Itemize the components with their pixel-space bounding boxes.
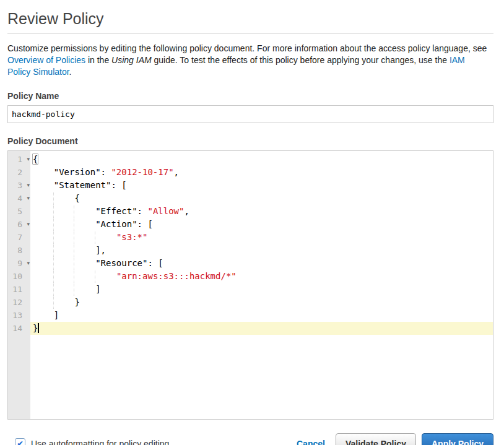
indent-guide <box>74 218 95 231</box>
indent-guide <box>74 270 95 283</box>
json-punctuation: { <box>32 153 38 165</box>
json-punctuation: : <box>137 206 148 216</box>
json-punctuation: , <box>174 167 179 177</box>
indent-guide <box>53 192 75 205</box>
code-line-10[interactable]: "arn:aws:s3:::hackmd/*" <box>30 270 493 283</box>
gutter-line-5: 5 <box>8 205 30 218</box>
policy-name-input[interactable] <box>7 105 493 123</box>
gutter-line-11: 11 <box>8 283 30 296</box>
indent-guide <box>33 244 54 257</box>
indent-guide <box>74 244 95 257</box>
overview-of-policies-link[interactable]: Overview of Policies <box>7 55 85 65</box>
gutter-line-6: 6▾ <box>8 218 30 231</box>
policy-name-label: Policy Name <box>7 91 493 101</box>
indent-guide <box>74 205 95 218</box>
fold-toggle-icon[interactable]: ▾ <box>27 218 30 231</box>
json-punctuation: , <box>184 206 189 216</box>
indent-guide <box>53 218 75 231</box>
gutter-line-14: 14 <box>8 322 30 335</box>
code-line-14[interactable]: } <box>30 322 493 335</box>
gutter-line-9: 9▾ <box>8 257 30 270</box>
json-punctuation: } <box>74 297 79 307</box>
json-punctuation: : [ <box>137 219 153 229</box>
footer-bar: ✔ Use autoformatting for policy editing … <box>7 433 493 445</box>
review-policy-page: Review Policy Customize permissions by e… <box>0 0 504 445</box>
code-line-6[interactable]: "Action": [ <box>30 218 493 231</box>
using-iam-guide-name: Using IAM <box>111 55 152 65</box>
json-key: "Action" <box>95 219 137 229</box>
json-punctuation: : [ <box>111 180 126 190</box>
indent-guide <box>74 257 95 270</box>
indent-guide <box>74 283 95 296</box>
validate-policy-button[interactable]: Validate Policy <box>336 433 416 445</box>
code-line-5[interactable]: "Effect": "Allow", <box>30 205 493 218</box>
gutter-line-12: 12 <box>8 296 30 309</box>
indent-guide <box>33 192 54 205</box>
text-cursor <box>38 323 39 333</box>
json-string-value: "Allow" <box>147 206 184 216</box>
policy-document-editor[interactable]: 1▾23▾4▾56▾789▾1011121314 { "Version": "2… <box>7 150 493 420</box>
intro-text-2: in the <box>85 55 111 65</box>
json-punctuation: ] <box>54 310 59 320</box>
gutter-line-3: 3▾ <box>8 179 30 192</box>
code-line-2[interactable]: "Version": "2012-10-17", <box>30 166 493 179</box>
fold-toggle-icon[interactable]: ▾ <box>27 257 30 270</box>
gutter-line-8: 8 <box>8 244 30 257</box>
autoformat-checkbox[interactable]: ✔ <box>15 438 25 445</box>
json-key: "Statement" <box>54 180 111 190</box>
policy-document-label: Policy Document <box>7 136 493 146</box>
json-punctuation: ], <box>95 245 106 255</box>
json-key: "Version" <box>54 167 101 177</box>
indent-guide <box>33 296 54 309</box>
code-line-3[interactable]: "Statement": [ <box>30 179 493 192</box>
code-line-9[interactable]: "Resource": [ <box>30 257 493 270</box>
title-divider <box>7 33 493 34</box>
indent-guide <box>53 257 75 270</box>
indent-guide <box>33 231 54 244</box>
indent-guide <box>33 309 54 322</box>
gutter-line-1: 1▾ <box>8 153 30 166</box>
fold-toggle-icon[interactable]: ▾ <box>27 192 30 205</box>
code-line-11[interactable]: ] <box>30 283 493 296</box>
indent-guide <box>33 257 54 270</box>
indent-guide <box>33 166 54 179</box>
code-line-13[interactable]: ] <box>30 309 493 322</box>
autoformat-option[interactable]: ✔ Use autoformatting for policy editing <box>15 438 169 445</box>
editor-code-area[interactable]: { "Version": "2012-10-17", "Statement": … <box>30 151 493 419</box>
gutter-line-4: 4▾ <box>8 192 30 205</box>
fold-toggle-icon[interactable]: ▾ <box>27 153 30 166</box>
json-key: "Effect" <box>95 206 137 216</box>
gutter-line-10: 10 <box>8 270 30 283</box>
indent-guide <box>33 283 54 296</box>
code-line-12[interactable]: } <box>30 296 493 309</box>
editor-line-number-gutter: 1▾23▾4▾56▾789▾1011121314 <box>8 151 30 419</box>
action-buttons: Cancel Validate Policy Apply Policy <box>297 433 493 445</box>
cancel-link[interactable]: Cancel <box>297 439 325 445</box>
apply-policy-button[interactable]: Apply Policy <box>422 433 493 445</box>
indent-guide <box>53 296 75 309</box>
intro-text-3: guide. To test the effects of this polic… <box>152 55 450 65</box>
json-punctuation: } <box>33 323 38 333</box>
fold-toggle-icon[interactable]: ▾ <box>27 179 30 192</box>
json-string-value: "2012-10-17" <box>111 167 173 177</box>
json-key: "Resource" <box>95 258 147 268</box>
intro-text-1: Customize permissions by editing the fol… <box>7 43 487 53</box>
gutter-line-13: 13 <box>8 309 30 322</box>
indent-guide <box>53 244 75 257</box>
indent-guide <box>33 218 54 231</box>
code-line-7[interactable]: "s3:*" <box>30 231 493 244</box>
indent-guide <box>33 179 54 192</box>
json-punctuation: : [ <box>147 258 163 268</box>
code-line-1[interactable]: { <box>30 153 493 166</box>
code-line-8[interactable]: ], <box>30 244 493 257</box>
indent-guide <box>53 205 75 218</box>
indent-guide <box>95 270 116 283</box>
intro-paragraph: Customize permissions by editing the fol… <box>7 43 488 78</box>
indent-guide <box>95 231 116 244</box>
indent-guide <box>33 205 54 218</box>
code-line-4[interactable]: { <box>30 192 493 205</box>
intro-text-4: . <box>69 67 72 77</box>
json-string-value: "s3:*" <box>116 232 148 242</box>
json-string-value: "arn:aws:s3:::hackmd/*" <box>116 271 237 281</box>
json-punctuation: ] <box>95 284 100 294</box>
